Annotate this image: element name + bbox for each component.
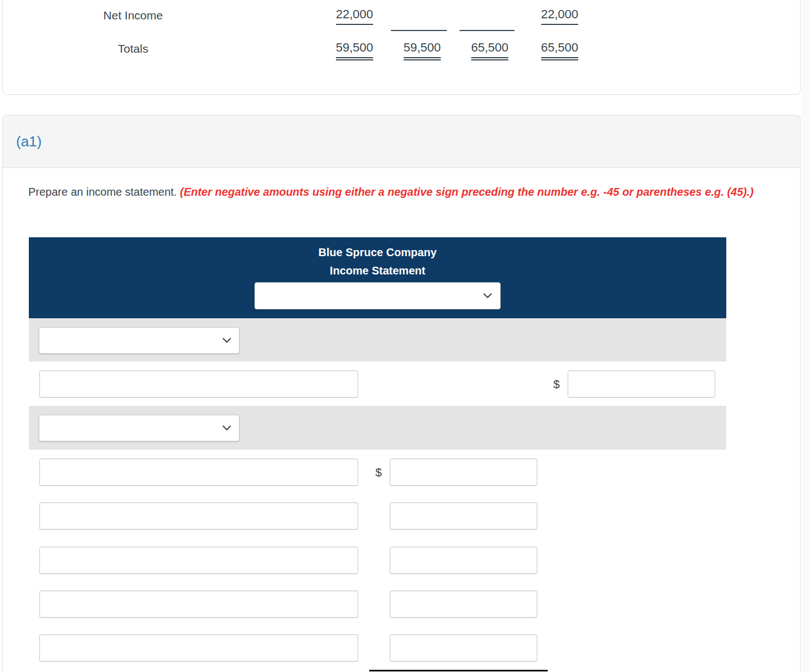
page-right-margin [802,0,810,672]
detail-amount-input-1[interactable] [390,459,537,486]
totals-col1: 59,500 [323,40,373,58]
instruction-text: Prepare an income statement. (Enter nega… [28,183,757,201]
totals-col3: 65,500 [459,40,508,58]
totals-col4: 65,500 [528,40,578,58]
detail-amount-input-3[interactable] [390,547,537,574]
detail-account-input-4[interactable] [39,590,358,618]
detail-amount-input-4[interactable] [390,590,537,618]
detail-amount-input-2[interactable] [390,502,537,530]
totals-col2: 59,500 [391,40,441,58]
summary-amount-input[interactable] [568,370,715,398]
statement-title: Income Statement [29,264,726,277]
detail-account-input-2[interactable] [39,502,358,530]
instruction-emphasis: (Enter negative amounts using either a n… [180,186,753,198]
amount-column-total-rule [369,670,548,671]
company-name: Blue Spruce Company [29,246,726,259]
detail-amount-input-5[interactable] [390,634,537,661]
net-income-is-debit: 22,000 [323,7,373,25]
page: Net Income 22,000 22,000 Totals 59,500 5… [0,0,810,672]
summary-account-input[interactable] [39,370,358,398]
a1-section-card: (a1) Prepare an income statement. (Enter… [2,115,801,672]
subtotal-rule-col3 [460,30,514,31]
chevron-down-icon [222,338,231,343]
detail-account-input-1[interactable] [39,459,358,486]
net-income-row-label: Net Income [91,9,175,22]
summary-currency-symbol: $ [553,370,560,398]
a1-section-title: (a1) [16,133,42,150]
totals-row-label: Totals [91,42,175,55]
detail-currency-symbol: $ [375,459,382,486]
period-select[interactable] [254,282,501,309]
detail-account-input-3[interactable] [39,547,358,574]
worksheet-totals-card: Net Income 22,000 22,000 Totals 59,500 5… [2,0,801,95]
a1-section-header: (a1) [3,115,800,168]
statement-header: Blue Spruce Company Income Statement [29,237,726,318]
subtotal-rule-col2 [391,30,447,31]
classification-select-2[interactable] [39,415,240,441]
instruction-prefix: Prepare an income statement. [28,186,180,198]
net-income-bs-credit: 22,000 [528,7,578,25]
chevron-down-icon [222,425,231,431]
detail-account-input-5[interactable] [39,634,358,661]
classification-select-1[interactable] [39,327,240,354]
chevron-down-icon [483,293,492,299]
